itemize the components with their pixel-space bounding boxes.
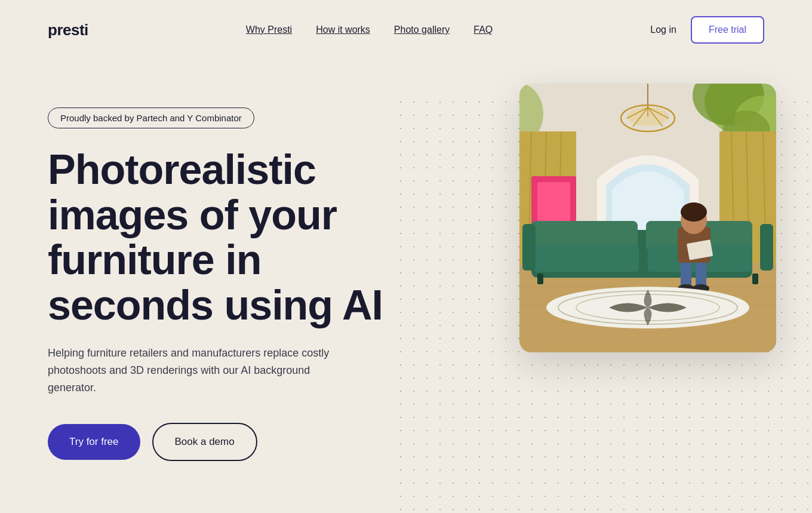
nav-right: Log in Free trial xyxy=(650,16,764,44)
book-demo-button[interactable]: Book a demo xyxy=(152,423,257,461)
svg-rect-41 xyxy=(681,260,691,287)
cta-group: Try for free Book a demo xyxy=(48,423,418,461)
badge: Proudly backed by Partech and Y Combinat… xyxy=(48,107,254,128)
svg-rect-42 xyxy=(696,260,706,287)
free-trial-button[interactable]: Free trial xyxy=(691,16,764,44)
hero-section: Proudly backed by Partech and Y Combinat… xyxy=(0,60,812,509)
nav-faq[interactable]: FAQ xyxy=(473,24,493,35)
svg-rect-38 xyxy=(760,224,773,271)
nav-how-it-works[interactable]: How it works xyxy=(316,24,370,35)
svg-rect-39 xyxy=(537,274,543,284)
nav-photo-gallery[interactable]: Photo gallery xyxy=(394,24,450,35)
hero-title: Photorealistic images of your furniture … xyxy=(48,148,418,328)
login-button[interactable]: Log in xyxy=(650,24,676,35)
try-for-free-button[interactable]: Try for free xyxy=(48,424,140,460)
svg-point-9 xyxy=(627,107,669,126)
hero-content: Proudly backed by Partech and Y Combinat… xyxy=(48,96,418,461)
logo: presti xyxy=(48,21,88,39)
navbar: presti Why Presti How it works Photo gal… xyxy=(0,0,812,60)
svg-rect-37 xyxy=(522,224,536,271)
hero-image xyxy=(519,84,776,352)
room-illustration xyxy=(519,84,776,352)
hero-subtitle: Helping furniture retailers and manufact… xyxy=(48,345,334,396)
svg-point-47 xyxy=(681,202,707,222)
nav-why-presti[interactable]: Why Presti xyxy=(246,24,292,35)
svg-rect-35 xyxy=(534,245,639,272)
page-wrapper: presti Why Presti How it works Photo gal… xyxy=(0,0,812,513)
svg-rect-40 xyxy=(752,274,758,284)
nav-links: Why Presti How it works Photo gallery FA… xyxy=(246,24,493,35)
